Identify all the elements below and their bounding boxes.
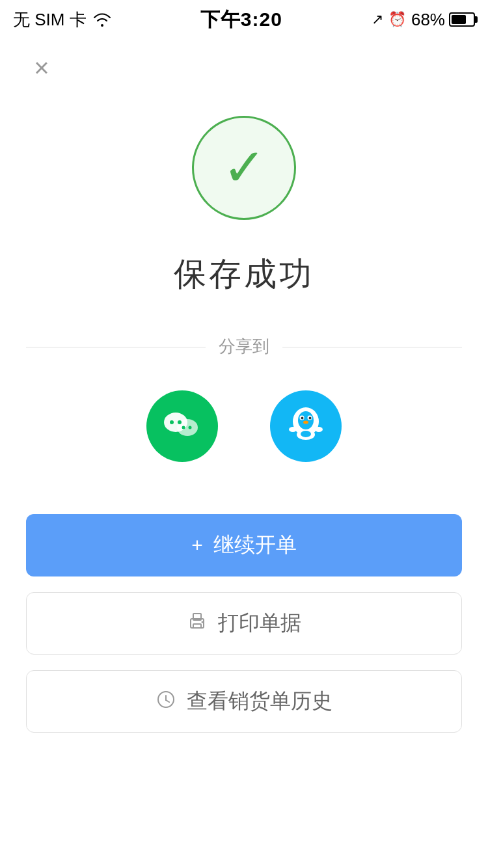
success-circle: ✓ (192, 116, 296, 220)
close-icon: × (34, 55, 49, 81)
history-label: 查看销货单历史 (187, 687, 332, 716)
location-icon: ↗ (372, 11, 383, 28)
checkmark-icon: ✓ (223, 142, 266, 194)
print-label: 打印单据 (218, 609, 301, 638)
wechat-icon (161, 408, 203, 444)
alarm-icon: ⏰ (388, 11, 406, 28)
svg-point-2 (170, 420, 174, 424)
carrier-wifi: 无 SIM 卡 (13, 8, 111, 31)
print-button[interactable]: 打印单据 (26, 592, 462, 655)
svg-point-10 (301, 417, 304, 420)
wifi-icon (93, 12, 111, 27)
history-icon (156, 689, 176, 714)
continue-label: 继续开单 (213, 531, 297, 560)
svg-point-12 (303, 421, 308, 424)
battery: 68% (411, 10, 475, 30)
close-button-area: × (0, 39, 488, 96)
continue-button[interactable]: + 继续开单 (26, 514, 462, 576)
svg-point-3 (178, 420, 182, 424)
battery-fill (452, 15, 466, 24)
svg-point-16 (301, 431, 311, 437)
history-button[interactable]: 查看销货单历史 (26, 670, 462, 733)
svg-rect-19 (193, 624, 201, 628)
share-icons-row (146, 390, 342, 462)
action-buttons: + 继续开单 打印单据 (26, 514, 462, 733)
battery-icon (449, 12, 475, 27)
svg-point-4 (182, 426, 185, 429)
continue-icon: + (191, 534, 203, 556)
svg-point-5 (189, 426, 192, 429)
success-title: 保存成功 (174, 252, 314, 296)
svg-point-7 (298, 411, 314, 429)
battery-percent: 68% (411, 10, 445, 30)
print-icon (187, 611, 208, 636)
share-label: 分享到 (206, 335, 282, 358)
share-section: 分享到 (26, 335, 462, 358)
qq-icon (286, 403, 325, 449)
svg-point-20 (202, 621, 204, 623)
time-display: 下午3:20 (200, 7, 282, 33)
main-content: ✓ 保存成功 分享到 (0, 96, 488, 733)
carrier-text: 无 SIM 卡 (13, 8, 87, 31)
status-bar: 无 SIM 卡 下午3:20 ↗ ⏰ 68% (0, 0, 488, 39)
svg-point-11 (309, 417, 312, 420)
svg-point-14 (315, 427, 323, 432)
wechat-share-button[interactable] (146, 390, 218, 462)
close-button[interactable]: × (26, 52, 57, 83)
qq-share-button[interactable] (270, 390, 342, 462)
status-right-icons: ↗ ⏰ 68% (372, 10, 475, 30)
svg-point-13 (289, 427, 297, 432)
svg-line-23 (166, 700, 169, 702)
